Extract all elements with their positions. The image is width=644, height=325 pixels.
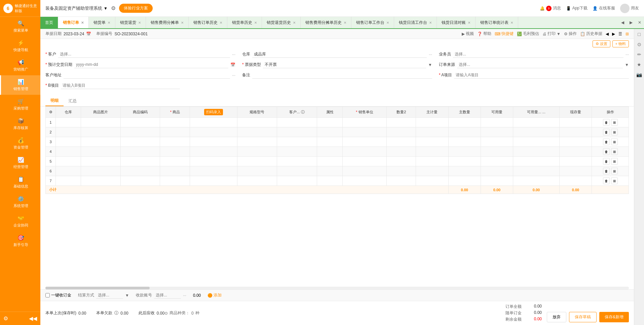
row-qty2-1[interactable] — [387, 118, 416, 127]
system-selector[interactable]: 装备及固定资产辅助管理系统 ▼ — [45, 5, 108, 11]
sidebar-item-inventory[interactable]: 📦 库存核算 — [0, 114, 40, 134]
tab-cash-reconcile[interactable]: 钱货日清对账 ✕ — [437, 17, 476, 29]
sidebar-item-basic[interactable]: 📋 基础信息 — [0, 173, 40, 192]
order-source-dropdown-icon[interactable]: ▼ — [625, 63, 629, 67]
settings-icon[interactable]: ⚙ — [111, 5, 116, 11]
row-spec-1[interactable] — [237, 118, 277, 127]
row-delete-btn-7[interactable]: 🗑 — [603, 177, 610, 184]
tab-close-icon[interactable]: ✕ — [181, 21, 184, 25]
tab-close-icon[interactable]: ✕ — [293, 21, 296, 25]
row-code-1[interactable] — [120, 118, 160, 127]
operations-btn[interactable]: ⚙ 操作 — [564, 31, 577, 37]
salesperson-more-icon[interactable]: ··· — [626, 52, 629, 57]
scan-button[interactable]: 扫码录入 — [204, 109, 223, 115]
one-click-deposit-checkbox[interactable] — [45, 293, 50, 297]
invoice-input[interactable] — [263, 61, 426, 68]
sidebar-item-nav[interactable]: ⚡ 快捷导航 — [0, 36, 40, 56]
split-view-icon[interactable]: ⊞ — [626, 32, 629, 36]
delivery-calendar-icon[interactable]: 📅 — [230, 63, 235, 67]
tab-order-workbench[interactable]: 销售订单工作台 ✕ — [351, 17, 394, 29]
customer-more-icon[interactable]: ··· — [232, 52, 235, 57]
tab-sales-return[interactable]: 销货退货 ✕ — [115, 17, 146, 29]
one-click-deposit-group[interactable]: 一键收订金 — [45, 292, 71, 298]
collapse-icon[interactable]: ◀◀ — [29, 315, 37, 322]
row-delete-btn-4[interactable]: 🗑 — [603, 148, 610, 155]
add-receipt-btn[interactable]: 🟠 添加 — [207, 292, 222, 298]
row-delete-btn-3[interactable]: 🗑 — [603, 138, 610, 145]
tab-sales-expense[interactable]: 销售费用分摊单 ✕ — [146, 17, 189, 29]
order-source-input[interactable] — [457, 61, 623, 68]
row-goods-1[interactable] — [160, 118, 190, 127]
row-delete-btn-1[interactable]: 🗑 — [603, 119, 610, 126]
row-warehouse-1[interactable] — [56, 118, 81, 127]
receipt-more-icon[interactable]: ··· — [183, 293, 186, 298]
b-project-input[interactable] — [61, 82, 180, 89]
save-new-button[interactable]: 保存&新增 — [599, 312, 629, 322]
sidebar-item-finance[interactable]: 💰 资金管理 — [0, 134, 40, 153]
tab-close-icon[interactable]: ✕ — [429, 21, 432, 25]
row-avail-1[interactable] — [481, 118, 513, 127]
col-settings-header[interactable]: ⚙ — [46, 107, 56, 118]
tab-next-icon[interactable]: ▶ — [627, 17, 635, 29]
receipt-input[interactable] — [154, 292, 181, 299]
row-main-unit-1[interactable] — [416, 118, 448, 127]
tab-close-icon[interactable]: ✕ — [510, 21, 513, 25]
tab-close-icon[interactable]: ✕ — [81, 21, 84, 25]
delivery-input[interactable] — [74, 61, 228, 68]
discard-button[interactable]: 放弃 — [547, 312, 566, 322]
payment-input[interactable] — [96, 292, 123, 299]
date-value[interactable]: 2023-03-24 — [64, 32, 84, 36]
row-attr-1[interactable] — [317, 118, 342, 127]
user-menu[interactable]: 用友 — [620, 4, 639, 13]
row-copy-btn-5[interactable]: ⊞ — [611, 158, 618, 165]
row-delete-btn-5[interactable]: 🗑 — [603, 158, 610, 165]
row-copy-btn-3[interactable]: ⊞ — [611, 138, 618, 145]
right-panel-icon-3[interactable]: ✏ — [636, 51, 642, 58]
sidebar-item-search[interactable]: 🔍 搜索菜单 — [0, 17, 40, 36]
right-panel-icon-1[interactable]: □ — [637, 31, 641, 38]
tab-home[interactable]: 首页 — [40, 17, 58, 29]
tab-close-icon[interactable]: ✕ — [254, 21, 257, 25]
print-btn[interactable]: 🖨 打印 ▼ — [542, 31, 561, 37]
row-copy-btn-4[interactable]: ⊞ — [611, 148, 618, 155]
warehouse-input[interactable] — [252, 51, 427, 58]
sidebar-item-guide[interactable]: 🎯 新手引导 — [0, 231, 40, 251]
row-image-1[interactable] — [81, 118, 121, 127]
right-panel-icon-5[interactable]: 📷 — [635, 71, 643, 78]
header-nav-next-icon[interactable]: ▶ — [612, 32, 615, 36]
row-delete-btn-6[interactable]: 🗑 — [603, 168, 610, 174]
notes-input[interactable] — [252, 72, 432, 79]
tab-invoice-history[interactable]: 销货单历史 ✕ — [227, 17, 262, 29]
help-btn[interactable]: ❓ 帮助 — [477, 31, 491, 37]
invoice-dropdown-icon[interactable]: ▼ — [428, 63, 432, 67]
notification-area[interactable]: 🔔 9 消息 — [540, 5, 561, 11]
sidebar-item-system[interactable]: ⚙️ 系统管理 — [0, 192, 40, 212]
row-stock-1[interactable] — [559, 118, 592, 127]
tab-order-history[interactable]: 销售订单历史 ✕ — [189, 17, 227, 29]
right-panel-icon-2[interactable]: ⊙ — [636, 41, 642, 48]
setup-button[interactable]: ⚙ 设置 — [593, 40, 610, 47]
scrollbar-thumb[interactable] — [45, 287, 150, 289]
warehouse-more-icon[interactable]: ··· — [429, 52, 432, 57]
tab-expand-icon[interactable]: ✕ — [635, 17, 644, 29]
tab-close-icon[interactable]: ✕ — [108, 21, 110, 25]
tab-detail[interactable]: 明细 — [45, 96, 64, 106]
row-copy-btn-6[interactable]: ⊞ — [611, 168, 618, 174]
tab-expense-history[interactable]: 销售费用分摊单历史 ✕ — [301, 17, 351, 29]
tab-close-icon[interactable]: ✕ — [468, 21, 470, 25]
tab-order-stats[interactable]: 销售订单统计表 ✕ — [476, 17, 518, 29]
profit-btn[interactable]: 💹 毛利预估 — [517, 31, 539, 37]
row-scan-1[interactable] — [190, 118, 237, 127]
address-more-icon[interactable]: ··· — [232, 73, 235, 78]
tab-return-history[interactable]: 销货退货历史 ✕ — [262, 17, 301, 29]
app-download-link[interactable]: 📱 App下载 — [566, 5, 588, 11]
sidebar-item-collaboration[interactable]: 🤝 企业协同 — [0, 212, 40, 231]
sidebar-item-sales[interactable]: 📊 销售管理 — [0, 75, 40, 95]
tab-close-icon[interactable]: ✕ — [138, 21, 141, 25]
right-panel-icon-4[interactable]: ★ — [636, 61, 642, 68]
sidebar-item-marketing[interactable]: 📢 营销推广 — [0, 56, 40, 75]
shortcut-btn[interactable]: ⌨ 快捷键 — [495, 31, 514, 37]
sidebar-item-purchase[interactable]: 🛒 采购管理 — [0, 95, 40, 114]
row-main-qty-1[interactable] — [448, 118, 481, 127]
row-cust-code-1[interactable] — [277, 118, 317, 127]
